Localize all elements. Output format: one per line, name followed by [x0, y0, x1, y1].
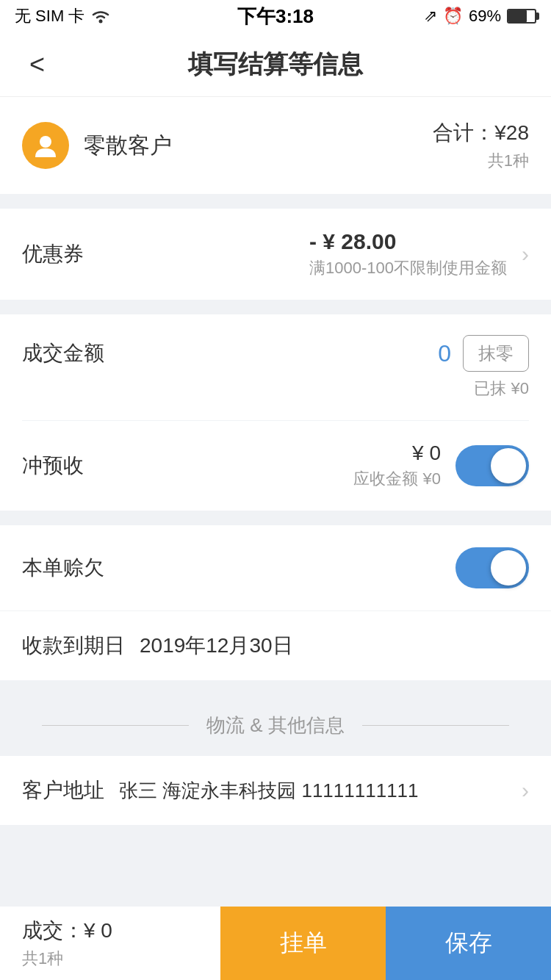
footer-transaction-label: 成交：	[22, 919, 84, 942]
customer-right: 合计：¥28 共1种	[433, 119, 529, 172]
back-button[interactable]: <	[22, 42, 52, 87]
due-date-label: 收款到期日	[22, 632, 125, 660]
footer-info: 成交：¥ 0 共1种	[0, 907, 220, 980]
status-time: 下午3:18	[237, 4, 314, 29]
customer-row: 零散客户 合计：¥28 共1种	[0, 97, 551, 194]
debt-toggle[interactable]	[455, 547, 529, 588]
footer-count: 共1种	[22, 948, 198, 970]
due-date-row: 收款到期日 2019年12月30日	[0, 610, 551, 680]
amount-row: 成交金额 0 抹零 已抹 ¥0	[0, 314, 551, 420]
prepay-sub-text: 应收金额 ¥0	[353, 468, 441, 490]
debt-toggle-knob	[491, 550, 526, 586]
round-zero-button[interactable]: 抹零	[463, 335, 529, 372]
address-chevron: ›	[522, 778, 529, 803]
address-value: 张三 海淀永丰科技园 11111111111	[119, 778, 522, 804]
amount-top: 成交金额 0 抹零	[22, 335, 529, 372]
address-row[interactable]: 客户地址 张三 海淀永丰科技园 11111111111 ›	[0, 756, 551, 825]
page-title: 填写结算等信息	[188, 48, 363, 82]
bottom-footer: 成交：¥ 0 共1种 挂单 保存	[0, 907, 551, 980]
amount-value[interactable]: 0	[438, 340, 451, 367]
coupon-label: 优惠券	[22, 240, 84, 268]
customer-left: 零散客户	[22, 122, 172, 169]
footer-transaction: 成交：¥ 0	[22, 917, 198, 945]
toggle-knob	[491, 448, 526, 483]
status-bar: 无 SIM 卡 下午3:18 ⇗ ⏰ 69%	[0, 0, 551, 32]
carrier-text: 无 SIM 卡	[15, 5, 84, 27]
coupon-value-block: - ¥ 28.00 满1000-100不限制使用金额	[309, 229, 507, 279]
prepay-value: ¥ 0	[353, 442, 441, 465]
amount-label: 成交金额	[22, 339, 104, 367]
location-icon: ⇗	[424, 7, 437, 26]
customer-avatar	[22, 122, 69, 169]
coupon-section: 优惠券 - ¥ 28.00 满1000-100不限制使用金额 ›	[0, 209, 551, 300]
customer-section: 零散客户 合计：¥28 共1种	[0, 97, 551, 194]
battery-text: 69%	[469, 7, 501, 26]
coupon-value: - ¥ 28.00	[309, 229, 507, 254]
coupon-row[interactable]: 优惠券 - ¥ 28.00 满1000-100不限制使用金额 ›	[0, 209, 551, 300]
address-label: 客户地址	[22, 777, 104, 804]
alarm-icon: ⏰	[443, 7, 463, 26]
status-left: 无 SIM 卡	[15, 5, 111, 27]
amount-right: 0 抹零	[438, 335, 529, 372]
customer-total: 合计：¥28	[433, 119, 529, 147]
prepay-toggle[interactable]	[455, 445, 529, 486]
wifi-icon	[90, 9, 111, 24]
debt-label: 本单赊欠	[22, 554, 104, 582]
debt-section: 本单赊欠 收款到期日 2019年12月30日	[0, 525, 551, 680]
prepay-row: 冲预收 ¥ 0 应收金额 ¥0	[0, 421, 551, 511]
customer-count: 共1种	[433, 150, 529, 172]
person-icon	[32, 132, 59, 159]
footer-transaction-value: ¥ 0	[84, 919, 112, 942]
save-button[interactable]: 保存	[386, 907, 551, 980]
svg-point-1	[40, 136, 51, 148]
logistics-label: 物流 & 其他信息	[206, 713, 345, 738]
address-section: 客户地址 张三 海淀永丰科技园 11111111111 ›	[0, 756, 551, 825]
content: 零散客户 合计：¥28 共1种 优惠券 - ¥ 28.00 满1000-100不…	[0, 97, 551, 928]
battery-icon	[507, 9, 536, 24]
due-date-value[interactable]: 2019年12月30日	[140, 632, 293, 660]
transaction-section: 成交金额 0 抹零 已抹 ¥0 冲预收 ¥ 0 应收金额 ¥0	[0, 314, 551, 511]
logistics-separator: 物流 & 其他信息	[0, 695, 551, 756]
amount-sub-text: 已抹 ¥0	[22, 378, 529, 400]
coupon-right: - ¥ 28.00 满1000-100不限制使用金额 ›	[309, 229, 529, 279]
prepay-amount: ¥ 0 应收金额 ¥0	[353, 442, 441, 490]
coupon-sub-text: 满1000-100不限制使用金额	[309, 257, 507, 279]
prepay-right: ¥ 0 应收金额 ¥0	[353, 442, 529, 490]
status-right: ⇗ ⏰ 69%	[424, 7, 536, 26]
nav-bar: < 填写结算等信息	[0, 32, 551, 97]
hold-button[interactable]: 挂单	[220, 907, 386, 980]
coupon-chevron: ›	[522, 242, 529, 267]
prepay-label: 冲预收	[22, 452, 84, 480]
debt-row: 本单赊欠	[0, 525, 551, 610]
customer-name: 零散客户	[84, 131, 172, 161]
svg-point-0	[99, 20, 103, 24]
